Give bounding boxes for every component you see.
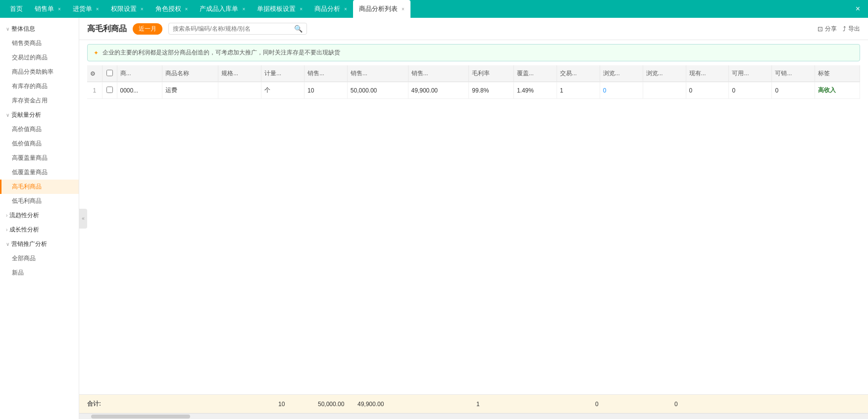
footer-label: 合计: — [87, 400, 117, 408]
nav-close-analysis-list[interactable]: × — [402, 6, 405, 12]
footer-empty-8 — [553, 401, 592, 408]
footer-empty-6 — [434, 401, 473, 408]
top-navigation: 首页 销售单 × 进货单 × 权限设置 × 角色授权 × 产成品入库单 × 单据… — [0, 0, 868, 18]
row-unit: 个 — [261, 82, 305, 99]
footer-sales-qty: 10 — [275, 401, 315, 408]
info-icon: ✦ — [94, 49, 99, 56]
footer-empty-9 — [632, 401, 671, 408]
footer-empty-2 — [156, 401, 196, 408]
col-stock-sale: 可销... — [772, 65, 815, 82]
share-button[interactable]: ⊡ 分享 — [817, 25, 837, 33]
chevron-down-icon: ∨ — [6, 26, 9, 32]
scroll-thumb[interactable] — [91, 415, 190, 419]
nav-close-analysis[interactable]: × — [344, 6, 347, 12]
col-coverage: 覆盖... — [513, 65, 557, 82]
row-coverage: 1.49% — [513, 82, 557, 99]
footer-cells: 10 50,000.00 49,900.00 1 0 0 — [117, 401, 860, 408]
row-sales-amount: 50,000.00 — [347, 82, 408, 99]
nav-permissions[interactable]: 权限设置 × — [105, 0, 150, 18]
row-checkbox-cell[interactable] — [102, 82, 117, 99]
col-settings[interactable]: ⚙ — [87, 65, 102, 82]
nav-role-auth[interactable]: 角色授权 × — [150, 0, 194, 18]
footer-empty-7 — [513, 401, 553, 408]
row-code: 0000... — [117, 82, 162, 99]
sidebar-item-high-value[interactable]: 高价值商品 — [0, 122, 79, 137]
col-browse1: 浏览... — [600, 65, 643, 82]
footer-stock-sale: 0 — [671, 401, 711, 408]
nav-home[interactable]: 首页 — [4, 0, 29, 18]
horizontal-scrollbar[interactable] — [79, 413, 868, 419]
row-stock-avail: 0 — [729, 82, 772, 99]
nav-close-template[interactable]: × — [300, 6, 303, 12]
row-stock-current: 0 — [686, 82, 729, 99]
chevron-right-icon: › — [6, 213, 7, 218]
chevron-down-icon-2: ∨ — [6, 112, 9, 118]
sidebar-item-category-purchase-rate[interactable]: 商品分类助购率 — [0, 65, 79, 79]
footer-empty-1 — [117, 401, 156, 408]
sidebar-item-low-coverage[interactable]: 低覆盖量商品 — [0, 165, 79, 180]
sidebar-item-low-value[interactable]: 低价值商品 — [0, 137, 79, 151]
sidebar-group-overall[interactable]: ∨ 整体信息 — [0, 22, 79, 36]
nav-template-settings[interactable]: 单据模板设置 × — [251, 0, 308, 18]
footer-sales-profit: 49,900.00 — [355, 401, 394, 408]
sidebar-item-sales-goods[interactable]: 销售类商品 — [0, 36, 79, 50]
row-trade: 1 — [557, 82, 600, 99]
nav-close-inbound[interactable]: × — [242, 6, 245, 12]
sidebar-group-growth[interactable]: › 成长性分析 — [0, 223, 79, 237]
footer-totals: 合计: 10 50,000.00 49,900.00 1 0 0 — [79, 394, 868, 413]
table-container[interactable]: ⚙ 商... 商品名称 规格... — [87, 65, 860, 394]
col-unit: 计量... — [261, 65, 305, 82]
row-browse1[interactable]: 0 — [600, 82, 643, 99]
row-sales-profit: 49,900.00 — [408, 82, 469, 99]
nav-close-permissions[interactable]: × — [141, 6, 144, 12]
nav-purchase-order[interactable]: 进货单 × — [67, 0, 105, 18]
row-checkbox[interactable] — [106, 87, 113, 93]
sidebar-item-stocked-goods[interactable]: 有库存的商品 — [0, 79, 79, 93]
col-sales-amount: 销售... — [347, 65, 408, 82]
window-close-button[interactable]: × — [852, 4, 864, 13]
sidebar-group-contribution[interactable]: ∨ 贡献量分析 — [0, 108, 79, 122]
sidebar-collapse-button[interactable]: « — [79, 209, 87, 229]
search-input[interactable] — [173, 25, 292, 32]
sidebar-item-all-goods[interactable]: 全部商品 — [0, 251, 79, 266]
row-num: 1 — [87, 82, 102, 99]
main-layout: ∨ 整体信息 销售类商品 交易过的商品 商品分类助购率 有库存的商品 库存资金占… — [0, 18, 868, 419]
filter-recent-month-button[interactable]: 近一月 — [133, 23, 162, 35]
select-all-checkbox[interactable] — [106, 70, 113, 76]
table-row: 1 0000... 运费 — [87, 82, 860, 99]
row-stock-sale: 0 — [772, 82, 815, 99]
nav-product-inbound[interactable]: 产成品入库单 × — [194, 0, 251, 18]
col-stock-avail: 可用... — [729, 65, 772, 82]
col-browse2: 浏览... — [643, 65, 686, 82]
settings-icon[interactable]: ⚙ — [90, 70, 96, 77]
nav-close-sales[interactable]: × — [58, 6, 61, 12]
sidebar-item-high-coverage[interactable]: 高覆盖量商品 — [0, 151, 79, 165]
sidebar-item-traded-goods[interactable]: 交易过的商品 — [0, 50, 79, 65]
col-spec: 规格... — [218, 65, 261, 82]
table-header-row: ⚙ 商... 商品名称 规格... — [87, 65, 860, 82]
nav-analysis-list[interactable]: 商品分析列表 × — [353, 0, 410, 18]
chevron-right-icon-2: › — [6, 227, 7, 233]
product-table: ⚙ 商... 商品名称 规格... — [87, 65, 860, 99]
row-gross-margin: 99.8% — [469, 82, 514, 99]
nav-close-role[interactable]: × — [185, 6, 188, 12]
sidebar-item-low-margin[interactable]: 低毛利商品 — [0, 194, 79, 208]
chevron-down-icon-3: ∨ — [6, 241, 9, 247]
footer-empty-5 — [394, 401, 434, 408]
sidebar-group-marketing[interactable]: ∨ 营销推广分析 — [0, 237, 79, 251]
sidebar-group-trend[interactable]: › 流趋性分析 — [0, 208, 79, 223]
sidebar-item-high-margin[interactable]: 高毛利商品 — [0, 180, 79, 194]
sidebar-item-new-goods[interactable]: 新品 — [0, 266, 79, 280]
nav-product-analysis[interactable]: 商品分析 × — [308, 0, 353, 18]
col-gross-margin: 毛利率 — [469, 65, 514, 82]
search-icon[interactable]: 🔍 — [294, 25, 303, 33]
footer-trade: 1 — [473, 401, 513, 408]
sidebar-item-capital-occupation[interactable]: 库存资金占用 — [0, 93, 79, 108]
export-button[interactable]: ⤴ 导出 — [843, 25, 860, 33]
info-banner: ✦ 企业的主要的利润都是这部分商品创造的，可考虑加大推广，同时关注库存是不要出现… — [87, 44, 860, 61]
col-checkbox — [102, 65, 117, 82]
nav-sales-order[interactable]: 销售单 × — [29, 0, 67, 18]
search-box[interactable]: 🔍 — [168, 23, 307, 35]
col-stock-current: 现有... — [686, 65, 729, 82]
nav-close-purchase[interactable]: × — [96, 6, 99, 12]
